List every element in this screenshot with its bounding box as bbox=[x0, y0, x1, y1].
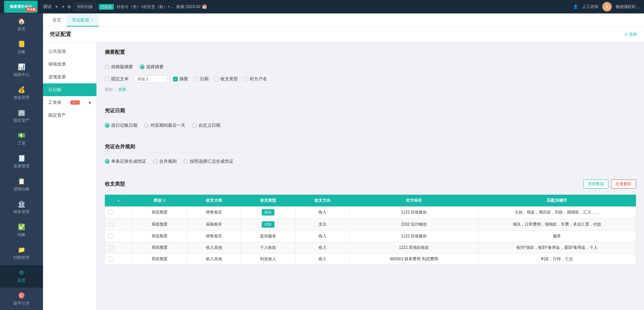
summary-radio-按模版摘要[interactable]: 按模版摘要 bbox=[105, 64, 133, 70]
sidebar-item-报表中心[interactable]: 📊报表中心 bbox=[0, 59, 43, 82]
row-account: 1122 应收账款 bbox=[350, 231, 478, 242]
row-checkbox-cell[interactable] bbox=[105, 219, 133, 231]
sidebar-item-资金管理[interactable]: 💰资金管理 bbox=[0, 82, 43, 105]
left-nav-item-销项发票[interactable]: 销项发票 bbox=[43, 58, 96, 71]
row-checkbox[interactable] bbox=[109, 222, 113, 227]
sidebar-item-归档管理[interactable]: 📁归档管理 bbox=[0, 242, 43, 265]
row-checkbox-cell[interactable] bbox=[105, 231, 133, 242]
content-area: 首页凭证配置× 凭证配置 ↻ 刷新 公共选项销项发票进项发票日记账工资表NEW▾… bbox=[43, 13, 644, 310]
row-sub-type: 收款 bbox=[241, 206, 296, 219]
radio-circle[interactable] bbox=[105, 123, 110, 128]
sidebar-label: 首页 bbox=[17, 26, 26, 32]
merge-radio-按照选择汇总生成凭证[interactable]: 按照选择汇总生成凭证 bbox=[183, 158, 233, 164]
sidebar-item-结账[interactable]: ✅结账 bbox=[0, 219, 43, 242]
row-checkbox[interactable] bbox=[109, 234, 113, 239]
date-section: 凭证日期 按日记账日期对应期间最后一天自定义日期 bbox=[105, 108, 636, 128]
workspace-chevron[interactable]: ▼ bbox=[54, 4, 59, 9]
row-checkbox-cell[interactable] bbox=[105, 206, 133, 219]
summary-radio-选择摘要[interactable]: 选择摘要 bbox=[140, 64, 164, 70]
radio-circle[interactable] bbox=[153, 159, 158, 164]
sidebar-label: 工资 bbox=[17, 141, 26, 146]
tab-首页[interactable]: 首页 bbox=[47, 14, 67, 27]
date-radio-按日记账日期[interactable]: 按日记账日期 bbox=[105, 122, 137, 128]
switch-version-button[interactable]: 切到旧版 bbox=[74, 3, 96, 11]
checkbox-收支类型[interactable]: 收支类型 bbox=[214, 76, 238, 82]
sidebar-item-税务管理[interactable]: 🏦税务管理 bbox=[0, 196, 43, 219]
divider-2 bbox=[105, 137, 636, 137]
tab-close-icon[interactable]: × bbox=[91, 18, 93, 22]
checkbox-摘要[interactable]: ✓摘要 bbox=[173, 76, 188, 82]
row-category: 系统预置 bbox=[132, 219, 187, 231]
sidebar-label: 结账 bbox=[17, 232, 26, 238]
row-category: 系统预置 bbox=[132, 231, 187, 242]
radio-circle[interactable] bbox=[105, 65, 110, 69]
date-radio-自定义日期[interactable]: 自定义日期 bbox=[192, 122, 220, 128]
calendar-icon[interactable]: 📅 bbox=[202, 4, 207, 9]
user-name[interactable]: 畅捷通旺旺… bbox=[616, 4, 640, 10]
sidebar-item-发票管理[interactable]: 🧾发票管理 bbox=[0, 151, 43, 173]
row-checkbox[interactable] bbox=[109, 245, 113, 250]
checkbox-box[interactable] bbox=[214, 77, 219, 81]
left-nav-item-工资表[interactable]: 工资表NEW▾ bbox=[43, 96, 96, 109]
sidebar-item-进销台账[interactable]: 📋进销台账 bbox=[0, 173, 43, 196]
help-label[interactable]: 人工咨询 bbox=[582, 4, 598, 10]
fixed-text-checkbox-box[interactable] bbox=[105, 77, 110, 81]
summary-checkboxes: ✓摘要日期收支类型对方户名 bbox=[173, 76, 267, 82]
sidebar-item-总账[interactable]: 📒总账 bbox=[0, 36, 43, 59]
left-nav-item-公共选项[interactable]: 公共选项 bbox=[43, 45, 96, 58]
left-nav-item-日记账[interactable]: 日记账 bbox=[43, 83, 96, 96]
workspace-settings-icon[interactable]: ⚙ bbox=[67, 4, 71, 9]
tab-凭证配置[interactable]: 凭证配置× bbox=[67, 14, 99, 27]
date-radio-对应期间最后一天[interactable]: 对应期间最后一天 bbox=[144, 122, 185, 128]
nav-label: 进项发票 bbox=[48, 74, 66, 80]
sub-type-tag-button[interactable]: 付款 bbox=[262, 221, 274, 228]
radio-circle[interactable] bbox=[105, 159, 110, 164]
checkbox-box[interactable] bbox=[194, 77, 198, 81]
checkbox-日期[interactable]: 日期 bbox=[194, 76, 209, 82]
nav-arrow: ▾ bbox=[89, 100, 91, 105]
checkbox-box[interactable] bbox=[243, 77, 248, 81]
sidebar-icon: 🏠 bbox=[18, 17, 25, 25]
row-checkbox-cell[interactable] bbox=[105, 242, 133, 254]
sub-type-tag-button[interactable]: 收款 bbox=[262, 209, 274, 216]
refresh-label: 刷新 bbox=[629, 32, 637, 37]
update-data-button[interactable]: 更新数据 bbox=[584, 180, 608, 189]
row-checkbox-cell[interactable] bbox=[105, 254, 133, 265]
sidebar-item-设置[interactable]: ⚙设置 bbox=[0, 265, 43, 288]
radio-label: 按模版摘要 bbox=[111, 64, 133, 70]
col-header-1: 类别 ∨ bbox=[132, 195, 187, 206]
row-checkbox[interactable] bbox=[109, 210, 113, 215]
sidebar-item-工资[interactable]: 💵工资 bbox=[0, 128, 43, 151]
radio-circle[interactable] bbox=[183, 159, 188, 164]
sidebar-item-首页[interactable]: 🏠首页 bbox=[0, 13, 43, 36]
fixed-text-label: 固定文本 bbox=[111, 76, 129, 82]
left-nav-item-进项发票[interactable]: 进项发票 bbox=[43, 71, 96, 83]
row-account: 660301 财务费用 利息费用 bbox=[350, 254, 478, 265]
radio-circle[interactable] bbox=[144, 123, 149, 128]
sidebar-icon: 📊 bbox=[18, 63, 25, 71]
row-keywords: 收到*借款，收到*备用金，退回*备用金，个人 bbox=[478, 242, 636, 254]
sidebar-item-固定资产[interactable]: 🏢固定资产 bbox=[0, 105, 43, 128]
sidebar-icon: 🧾 bbox=[18, 155, 25, 162]
fixed-text-input[interactable] bbox=[134, 75, 168, 83]
right-content: 摘要配置 按模版摘要选择摘要 固定文本 ✓摘要日期收支类型对方户名 例如： 摘要 bbox=[97, 42, 644, 310]
date-title: 凭证日期 bbox=[105, 108, 636, 117]
checkbox-box[interactable]: ✓ bbox=[173, 77, 178, 81]
left-nav-item-固定资产[interactable]: 固定资产 bbox=[43, 109, 96, 122]
row-keywords: 欠款，现金，项目款，到款，报销款，汇入，… bbox=[478, 206, 636, 219]
fixed-text-checkbox[interactable]: 固定文本 bbox=[105, 76, 129, 82]
table-row: 系统预置 收入其他 利息收入 收入 660301 财务费用 利息费用 利息，行转… bbox=[105, 254, 636, 265]
merge-radio-合并规则[interactable]: 合并规则 bbox=[153, 158, 177, 164]
row-checkbox[interactable] bbox=[109, 257, 113, 262]
batch-delete-button[interactable]: 批量删除 bbox=[611, 180, 636, 189]
sidebar-item-新手引导[interactable]: 🎯新手引导 bbox=[0, 288, 43, 310]
radio-circle[interactable] bbox=[192, 123, 197, 128]
merge-radio-单条记录生成凭证[interactable]: 单条记录生成凭证 bbox=[105, 158, 146, 164]
add-workspace-button[interactable]: + bbox=[61, 4, 65, 10]
checkbox-对方户名[interactable]: 对方户名 bbox=[243, 76, 267, 82]
select-all-checkbox[interactable]: ✓ bbox=[116, 198, 121, 203]
sidebar-label: 发票管理 bbox=[13, 163, 30, 169]
refresh-button[interactable]: ↻ 刷新 bbox=[625, 32, 637, 37]
radio-circle[interactable] bbox=[140, 65, 144, 69]
sort-icon[interactable]: ∨ bbox=[163, 198, 166, 203]
